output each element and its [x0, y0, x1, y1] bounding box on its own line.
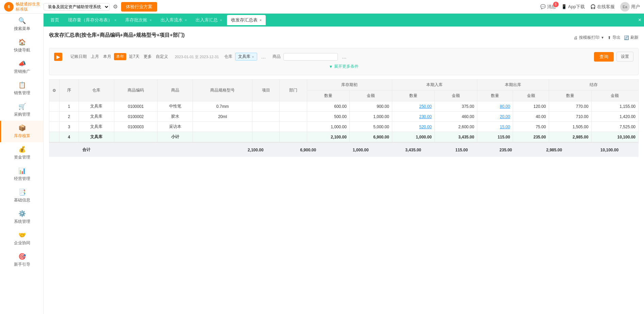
row-goods-spec: 20ml — [193, 112, 252, 122]
row-out-qty[interactable]: 20.00 — [477, 112, 513, 122]
th-goods-spec: 商品规格型号 — [193, 80, 252, 101]
row-out-qty[interactable]: 80.00 — [477, 101, 513, 112]
logo-icon: 6 — [4, 2, 14, 12]
sidebar-item-marketing[interactable]: 📣 营销推广 — [0, 56, 43, 78]
app-download-action[interactable]: 📱 App下载 — [561, 4, 585, 10]
row-goods-spec — [193, 132, 252, 142]
warehouse-tag-close[interactable]: × — [252, 55, 254, 59]
row-in-qty[interactable]: 1,000.00 — [392, 132, 434, 142]
th-balance-amt: 金额 — [591, 90, 638, 101]
th-balance-qty: 数量 — [549, 90, 591, 101]
home-icon: 🏠 — [18, 38, 26, 46]
search-icon: 🔍 — [18, 17, 26, 24]
row-project — [252, 112, 280, 122]
row-goods-spec — [193, 122, 252, 132]
date-btn-this-month[interactable]: 本月 — [102, 53, 113, 60]
date-btn-last-month[interactable]: 上月 — [89, 53, 100, 60]
goods-input[interactable] — [283, 53, 338, 61]
date-range-display: 2023-01-01 至 2023-12-31 — [175, 54, 219, 60]
filter-collapse-icon[interactable]: ▶ — [54, 53, 62, 61]
tab-close-stock-summary[interactable]: × — [260, 18, 262, 22]
goods-label: 商品 — [273, 54, 281, 60]
goods-ellipsis[interactable]: ... — [341, 54, 348, 60]
sidebar-item-purchase[interactable]: 🛒 采购管理 — [0, 99, 43, 121]
date-btn-more[interactable]: 更多 — [142, 53, 153, 60]
row-project — [252, 132, 280, 142]
row-opening-qty: 2,100.00 — [307, 132, 349, 142]
message-icon: 💬 — [540, 4, 546, 9]
query-button[interactable]: 查询 — [594, 52, 614, 62]
sidebar-item-quick-nav[interactable]: 🏠 快捷导航 — [0, 35, 43, 56]
sidebar-item-inventory[interactable]: 📦 库存核算 — [0, 121, 43, 142]
tab-close-inout-summary[interactable]: × — [220, 18, 222, 22]
th-group-in: 本期入库 — [392, 80, 477, 90]
row-no: 4 — [60, 132, 79, 142]
system-selector[interactable]: 装备及固定资产辅助管理系统 — [44, 3, 110, 11]
settings-button[interactable]: 设置 — [616, 52, 633, 62]
row-warehouse: 文具库 — [79, 101, 114, 112]
finance-icon: 💰 — [18, 146, 26, 153]
row-settings — [49, 132, 60, 142]
sidebar-item-operations[interactable]: 📊 经营管理 — [0, 164, 43, 185]
sidebar-item-search[interactable]: 🔍 搜索菜单 — [0, 14, 43, 35]
row-department — [280, 122, 307, 132]
sidebar-item-enterprise[interactable]: 🤝 企业协同 — [0, 228, 43, 249]
sidebar-item-sales[interactable]: 📋 销售管理 — [0, 78, 43, 99]
date-btn-custom[interactable]: 自定义 — [154, 53, 169, 60]
goods-filter-section: 商品 ... — [273, 53, 348, 61]
export-button[interactable]: ⬆ 导出 — [608, 35, 621, 40]
inventory-icon: 📦 — [18, 124, 26, 132]
tab-inout-flow[interactable]: 出入库流水 × — [156, 15, 191, 25]
date-filter-section: 记账日期 上月 本月 本年 近7天 更多 自定义 — [70, 53, 169, 60]
row-out-qty[interactable]: 115.00 — [477, 132, 513, 142]
row-balance-qty: 1,505.00 — [549, 122, 591, 132]
tab-stock-dist[interactable]: 现存量（库存分布表） × — [64, 15, 120, 25]
user-action[interactable]: Ea 用户 — [620, 2, 640, 12]
sidebar-item-basic[interactable]: 📑 基础信息 — [0, 185, 43, 206]
th-group-out: 本期出库 — [477, 80, 549, 90]
row-settings — [49, 122, 60, 132]
tab-inout-summary[interactable]: 出入库汇总 × — [192, 15, 226, 25]
th-project: 项目 — [252, 80, 280, 101]
row-department — [280, 132, 307, 142]
tab-bar-close-icon[interactable]: × — [638, 17, 641, 23]
th-out-amt: 金额 — [513, 90, 549, 101]
date-btn-this-year[interactable]: 本年 — [114, 53, 126, 60]
warehouse-tag: 文具库 × — [235, 53, 257, 61]
warehouse-ellipsis[interactable]: ... — [260, 54, 267, 60]
settings-gear-icon[interactable]: ⚙ — [113, 3, 118, 10]
row-project — [252, 122, 280, 132]
row-in-qty[interactable]: 250.00 — [392, 101, 434, 112]
th-no: 序 — [60, 80, 79, 101]
tab-stock-summary[interactable]: 收发存汇总表 × — [227, 15, 266, 25]
experience-button[interactable]: 体验行业方案 — [121, 2, 157, 12]
date-btn-7days[interactable]: 近7天 — [128, 53, 141, 60]
tab-close-batch[interactable]: × — [149, 18, 151, 22]
online-service-action[interactable]: 🎧 在线客服 — [590, 4, 615, 10]
sidebar-item-finance[interactable]: 💰 资金管理 — [0, 142, 43, 164]
row-goods-name: 小计 — [158, 132, 193, 142]
tab-batch[interactable]: 库存批次账 × — [121, 15, 155, 25]
sidebar-item-newbie[interactable]: 🎯 新手引导 — [0, 249, 43, 271]
row-out-qty[interactable]: 15.00 — [477, 122, 513, 132]
tab-bar: 首页 现存量（库存分布表） × 库存批次账 × 出入库流水 × 出入库汇总 × — [44, 14, 644, 27]
th-settings[interactable]: ⚙ — [49, 80, 60, 101]
phone-icon: 📱 — [561, 4, 567, 9]
expand-more-conditions[interactable]: ▼ 展开更多条件 — [54, 64, 633, 69]
footer-out-amt: 235.00 — [484, 145, 528, 155]
row-in-qty[interactable]: 230.00 — [392, 112, 434, 122]
row-in-qty[interactable]: 520.00 — [392, 122, 434, 132]
print-button[interactable]: 🖨 按模板打印 ▼ — [574, 35, 604, 40]
sidebar-item-system[interactable]: ⚙️ 系统管理 — [0, 206, 43, 228]
sales-icon: 📋 — [18, 81, 26, 89]
row-in-amt: 375.00 — [434, 101, 477, 112]
th-goods-name: 商品 — [158, 80, 193, 101]
message-action[interactable]: 💬 消息 6 — [540, 4, 556, 10]
refresh-button[interactable]: 🔄 刷新 — [624, 35, 639, 40]
tab-close-stock-dist[interactable]: × — [114, 18, 116, 22]
th-out-qty: 数量 — [477, 90, 513, 101]
row-in-amt: 3,435.00 — [434, 132, 477, 142]
tab-close-inout-flow[interactable]: × — [185, 18, 187, 22]
tab-home[interactable]: 首页 — [46, 15, 63, 25]
logo-text: 畅捷通好生意 标准版 — [16, 2, 40, 12]
